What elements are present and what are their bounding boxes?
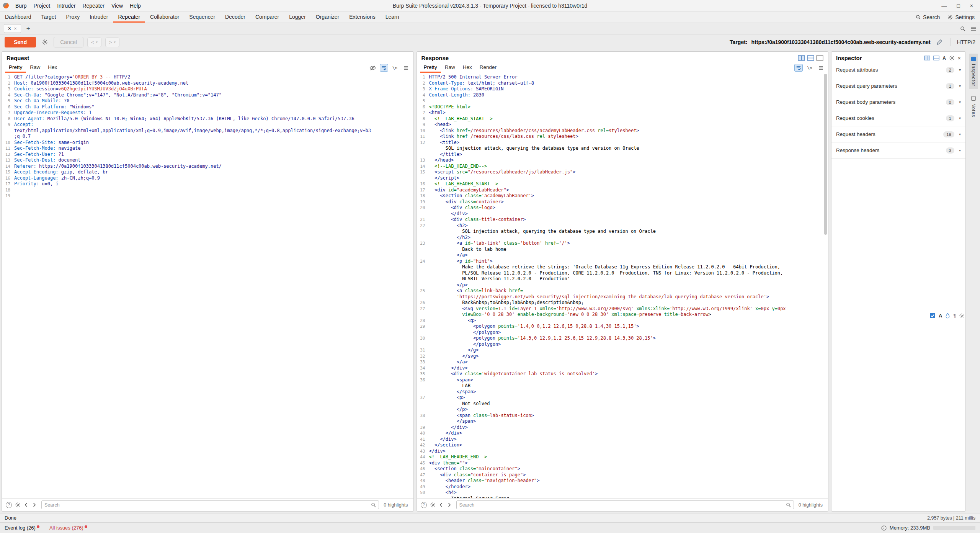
tab-proxy[interactable]: Proxy xyxy=(61,11,85,23)
inspector-section-request-body-parameters[interactable]: Request body parameters0▾ xyxy=(831,94,965,110)
columns-layout-icon[interactable] xyxy=(798,55,805,61)
line-number: 33 xyxy=(417,359,429,365)
request-view-tab-hex[interactable]: Hex xyxy=(44,62,61,73)
event-log-button[interactable]: Event log (26) xyxy=(5,525,39,531)
menu-repeater[interactable]: Repeater xyxy=(79,0,108,11)
font-size-icon[interactable]: A xyxy=(942,56,946,61)
show-newlines-toggle[interactable]: \n xyxy=(391,64,399,72)
inspector-section-request-cookies[interactable]: Request cookies1▾ xyxy=(831,110,965,126)
single-layout-icon[interactable] xyxy=(816,55,823,61)
repeater-tab-3[interactable]: 3 × xyxy=(4,24,21,33)
request-editor[interactable]: 1GET /filter?category='ORDER BY 3 -- HTT… xyxy=(2,73,413,498)
request-view-tab-raw[interactable]: Raw xyxy=(26,62,44,73)
search-settings-gear-icon[interactable] xyxy=(15,502,21,508)
code-line: <h4> xyxy=(429,490,457,496)
editor-row: Back to lab home xyxy=(417,247,828,253)
inspector-section-request-attributes[interactable]: Request attributes2▾ xyxy=(831,62,965,78)
history-back-button[interactable]: < ▾ xyxy=(87,38,101,47)
auto-apply-check-icon[interactable] xyxy=(929,312,936,319)
word-wrap-toggle[interactable] xyxy=(794,64,803,72)
previous-match-icon[interactable] xyxy=(439,502,444,507)
tab-learn[interactable]: Learn xyxy=(381,11,404,23)
text-format-icon[interactable]: A xyxy=(939,313,942,319)
menu-help[interactable]: Help xyxy=(126,0,144,11)
send-button[interactable]: Send xyxy=(5,37,36,47)
gear-icon[interactable] xyxy=(959,313,965,319)
info-icon[interactable] xyxy=(881,525,887,531)
request-view-tab-pretty[interactable]: Pretty xyxy=(5,62,26,73)
close-button[interactable]: × xyxy=(970,0,973,11)
tab-organizer[interactable]: Organizer xyxy=(311,11,344,23)
word-wrap-toggle[interactable] xyxy=(380,64,388,72)
editor-row: 45<div theme=""> xyxy=(417,460,828,466)
editor-row: 17 <div id="academyLabHeader"> xyxy=(417,187,828,193)
send-options-button[interactable] xyxy=(40,37,50,47)
scrollbar-thumb[interactable] xyxy=(824,74,827,235)
rows-layout-icon[interactable] xyxy=(807,55,814,61)
tab-logger[interactable]: Logger xyxy=(284,11,311,23)
new-tab-button[interactable]: + xyxy=(24,25,33,33)
tab-target[interactable]: Target xyxy=(36,11,61,23)
menu-project[interactable]: Project xyxy=(30,0,54,11)
tab-intruder[interactable]: Intruder xyxy=(85,11,113,23)
previous-match-icon[interactable] xyxy=(24,502,29,507)
help-icon[interactable]: ? xyxy=(421,502,427,508)
tab-extensions[interactable]: Extensions xyxy=(344,11,380,23)
search-settings-gear-icon[interactable] xyxy=(430,502,436,508)
hide-nonprinting-button[interactable] xyxy=(369,64,377,72)
inspector-section-request-query-parameters[interactable]: Request query parameters1▾ xyxy=(831,78,965,94)
tab-repeater[interactable]: Repeater xyxy=(113,11,145,23)
response-view-tab-pretty[interactable]: Pretty xyxy=(420,62,441,73)
editor-row: 12Sec-Fetch-User: ?1 xyxy=(2,152,413,158)
help-icon[interactable]: ? xyxy=(6,502,12,508)
tab-sequencer[interactable]: Sequencer xyxy=(184,11,220,23)
http-version-selector[interactable]: HTTP/2 xyxy=(957,39,975,45)
ink-drop-icon[interactable] xyxy=(945,313,950,319)
response-view-tab-hex[interactable]: Hex xyxy=(459,62,476,73)
response-editor-menu-button[interactable] xyxy=(817,64,825,72)
maximize-button[interactable]: □ xyxy=(957,0,960,11)
dock-rows-icon[interactable] xyxy=(933,56,939,60)
settings-button[interactable]: Settings xyxy=(947,14,975,20)
response-view-tab-raw[interactable]: Raw xyxy=(441,62,459,73)
response-view-tab-render[interactable]: Render xyxy=(476,62,500,73)
next-match-icon[interactable] xyxy=(32,502,37,507)
side-tab-notes[interactable]: Notes xyxy=(969,93,978,120)
side-strip-tabs: InspectorNotes xyxy=(969,54,978,121)
paragraph-marks-icon[interactable]: ¶ xyxy=(953,313,956,319)
inspector-section-response-headers[interactable]: Response headers3▾ xyxy=(831,142,965,159)
code-line: Accept: xyxy=(14,122,34,128)
minimize-button[interactable]: — xyxy=(941,0,947,11)
inspector-section-request-headers[interactable]: Request headers19▾ xyxy=(831,126,965,142)
gear-icon[interactable] xyxy=(949,55,955,61)
menu-intruder[interactable]: Intruder xyxy=(54,0,79,11)
next-match-icon[interactable] xyxy=(447,502,452,507)
global-search-button[interactable]: Search xyxy=(916,14,940,20)
line-number: 42 xyxy=(417,442,429,448)
request-panel-header: Request xyxy=(2,52,413,62)
tab-decoder[interactable]: Decoder xyxy=(220,11,250,23)
history-forward-button[interactable]: > ▾ xyxy=(105,38,119,47)
edit-target-button[interactable] xyxy=(934,37,944,47)
close-tab-icon[interactable]: × xyxy=(14,26,17,31)
side-tab-inspector[interactable]: Inspector xyxy=(969,54,978,89)
tab-menu-icon[interactable] xyxy=(971,26,976,31)
show-newlines-toggle[interactable]: \n xyxy=(805,64,814,72)
request-editor-menu-button[interactable] xyxy=(402,64,410,72)
tab-dashboard[interactable]: Dashboard xyxy=(0,11,36,23)
menu-burp[interactable]: Burp xyxy=(12,0,30,11)
response-scrollbar[interactable] xyxy=(823,74,828,497)
dock-columns-icon[interactable] xyxy=(924,56,930,60)
response-editor[interactable]: 1HTTP/2 500 Internal Server Error2Conten… xyxy=(417,73,828,498)
menu-view[interactable]: View xyxy=(108,0,126,11)
request-search-input[interactable] xyxy=(44,502,371,508)
tab-search-icon[interactable] xyxy=(960,26,965,31)
all-issues-button[interactable]: All issues (276) xyxy=(49,525,87,531)
tab-collaborator[interactable]: Collaborator xyxy=(145,11,184,23)
editor-row: 21 <div class=title-container> xyxy=(417,217,828,223)
cancel-button[interactable]: Cancel xyxy=(54,37,83,47)
response-search-input[interactable] xyxy=(459,502,786,508)
tab-comparer[interactable]: Comparer xyxy=(250,11,284,23)
close-inspector-icon[interactable]: × xyxy=(958,56,961,61)
editor-row: 2Host: 0a1900f10333041380d11cf5004c00ab.… xyxy=(2,80,413,87)
